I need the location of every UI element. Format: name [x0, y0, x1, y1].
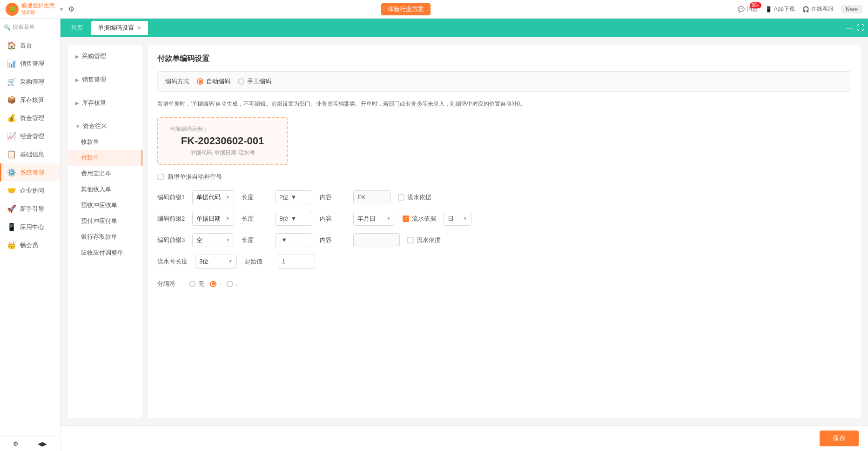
sep-dash-radio[interactable]: -: [210, 280, 221, 287]
app-download-btn[interactable]: 📱 App下载: [765, 5, 795, 13]
auto-fill-row: 新增单据自动补空号: [157, 173, 851, 181]
sidebar-item-system[interactable]: ⚙️ 系统管理: [0, 163, 60, 182]
start-value-input[interactable]: 1: [278, 255, 315, 269]
sidebar-label-sales: 销售管理: [20, 60, 44, 68]
sidebar-item-app-center[interactable]: 📱 应用中心: [0, 218, 60, 236]
main-panel: 付款单编码设置 编码方式 自动编码 手工编码: [148, 45, 861, 418]
save-button[interactable]: 保存: [820, 431, 859, 446]
sub-nav-item-payment[interactable]: 付款单: [68, 150, 142, 166]
tab-expand-icon[interactable]: ⛶: [857, 24, 864, 32]
serial-label-3: 流水依据: [417, 236, 441, 244]
manual-encode-circle: [238, 78, 244, 85]
app-label: App下载: [774, 5, 795, 13]
online-service-btn[interactable]: 🎧 在线客服: [802, 5, 834, 13]
serial-check-2[interactable]: 流水依据: [403, 215, 436, 223]
sidebar-item-sales[interactable]: 📊 销售管理: [0, 54, 60, 73]
sidebar-item-guide[interactable]: 🚀 新手引导: [0, 200, 60, 218]
sub-nav-item-pre-payment[interactable]: 预付冲应付单: [68, 213, 142, 229]
system-icon: ⚙️: [7, 168, 16, 177]
logo-area: 🍀 畅捷通好生意 捷易版: [6, 2, 55, 16]
app-icon: 📱: [765, 6, 772, 13]
example-code: FK-20230602-001: [169, 135, 276, 147]
manual-encode-radio[interactable]: 手工编码: [238, 77, 271, 86]
auto-encode-radio[interactable]: 自动编码: [197, 77, 230, 86]
serial-unit-value: 日: [448, 215, 454, 223]
logo-sub: 捷易版: [21, 9, 55, 16]
length2-label: 长度: [242, 215, 268, 223]
member-icon: 👑: [7, 241, 16, 249]
length1-chevron-icon: ▼: [290, 194, 296, 201]
tab-bar-right: — ⛶: [846, 24, 864, 32]
sidebar-item-enterprise[interactable]: 🤝 企业协同: [0, 182, 60, 200]
settings-icon[interactable]: ⚙: [68, 5, 74, 13]
sidebar-item-member[interactable]: 👑 畅会员: [0, 236, 60, 254]
prefix3-select[interactable]: 空 ▼: [192, 233, 234, 247]
auto-encode-circle: [197, 78, 203, 85]
search-icon: 🔍: [4, 24, 11, 31]
serial-length-label: 流水号长度: [157, 257, 188, 266]
separator-row: 分隔符 无 - .: [157, 280, 851, 288]
sub-nav-purchase-label: 采购管理: [82, 52, 106, 61]
top-bar: 🍀 畅捷通好生意 捷易版 ▼ ⚙ 体验行业方案 💬 消息 99+ 📱 App下载…: [0, 0, 868, 19]
arrow-inventory-icon: ▶: [75, 101, 79, 106]
tab-close-icon[interactable]: ✕: [137, 25, 141, 31]
sub-nav-header-inventory[interactable]: ▶ 库存核算: [68, 95, 142, 111]
tab-home[interactable]: 首页: [64, 21, 89, 35]
encode-method-row: 编码方式 自动编码 手工编码: [157, 71, 851, 92]
message-btn[interactable]: 💬 消息 99+: [738, 5, 758, 13]
content1-label: 内容: [320, 193, 346, 202]
sub-nav-item-receipt[interactable]: 收款单: [68, 134, 142, 150]
form-section: 编码前缀1 单据代码 ▼ 长度 2位 ▼ 内容: [157, 190, 851, 288]
sub-nav-capital-label: 资金往来: [83, 122, 107, 130]
industry-btn[interactable]: 体验行业方案: [381, 3, 431, 15]
sub-nav-item-expense[interactable]: 费用支出单: [68, 166, 142, 182]
tab-serial-settings-label: 单据编码设置: [98, 24, 134, 32]
sep-dash-circle: [210, 281, 216, 287]
prefix2-select[interactable]: 单据日期 ▼: [192, 212, 234, 226]
sub-nav-inventory-label: 库存核算: [82, 99, 106, 107]
bottom-bar: 保存: [61, 425, 868, 451]
start-value: 1: [282, 258, 285, 265]
serial-length-select[interactable]: 3位 ▼: [195, 255, 237, 269]
sep-none-label: 无: [198, 280, 204, 288]
prefix3-value: 空: [196, 236, 202, 244]
sub-nav-item-adjustment[interactable]: 应收应付调整单: [68, 245, 142, 261]
sub-nav-item-pre-receipt[interactable]: 预收冲应收单: [68, 197, 142, 213]
arrow-purchase-icon: ▶: [75, 54, 79, 59]
sub-nav-header-capital[interactable]: ▼ 资金往来: [68, 118, 142, 134]
tab-serial-settings[interactable]: 单据编码设置 ✕: [91, 21, 148, 35]
tab-minimize-icon[interactable]: —: [846, 24, 853, 32]
sep-none-circle: [189, 281, 195, 287]
serial-check-3[interactable]: 流水依据: [407, 236, 441, 244]
collapse-icon[interactable]: ◀▶: [38, 440, 47, 447]
user-avatar[interactable]: Nare: [841, 5, 862, 13]
serial-length-chevron-icon: ▼: [228, 259, 233, 264]
auto-fill-label: 新增单据自动补空号: [168, 173, 222, 181]
sub-nav-group-capital: ▼ 资金往来 收款单 付款单 费用支出单 其他收入单 预收冲应收单 预付冲应付单…: [68, 114, 142, 264]
sidebar-item-basic[interactable]: 📋 基础信息: [0, 145, 60, 163]
sidebar-item-inventory[interactable]: 📦 库存核算: [0, 91, 60, 109]
sidebar-item-home[interactable]: 🏠 首页: [0, 36, 60, 54]
serial-check-1[interactable]: 流水依据: [398, 193, 431, 202]
sep-dot-radio[interactable]: .: [227, 280, 238, 287]
sub-nav-item-other-income[interactable]: 其他收入单: [68, 182, 142, 197]
sidebar-item-finance[interactable]: 💰 资金管理: [0, 109, 60, 127]
sub-nav-sales-label: 销售管理: [82, 75, 106, 84]
sub-nav-header-purchase[interactable]: ▶ 采购管理: [68, 48, 142, 64]
sep-none-radio[interactable]: 无: [189, 280, 204, 288]
sidebar-search[interactable]: 🔍 搜索菜单: [0, 19, 60, 36]
sep-dot-circle: [227, 281, 233, 287]
prefix1-select[interactable]: 单据代码 ▼: [192, 190, 234, 204]
sidebar-label-inventory: 库存核算: [20, 96, 44, 104]
prefix2-value: 单据日期: [196, 215, 221, 223]
serial-unit-select[interactable]: 日 ▼: [444, 212, 471, 226]
operations-icon: 📈: [7, 132, 16, 141]
settings-bottom-icon[interactable]: ⚙: [13, 440, 19, 447]
auto-fill-checkbox[interactable]: [157, 174, 164, 180]
sub-nav-item-bank[interactable]: 银行存取款单: [68, 229, 142, 245]
content2-select[interactable]: 年月日 ▼: [353, 212, 395, 226]
sidebar-item-purchase[interactable]: 🛒 采购管理: [0, 73, 60, 91]
nav-chevron-icon[interactable]: ▼: [59, 6, 64, 13]
sub-nav-header-sales[interactable]: ▶ 销售管理: [68, 72, 142, 88]
sidebar-item-operations[interactable]: 📈 经营管理: [0, 127, 60, 145]
